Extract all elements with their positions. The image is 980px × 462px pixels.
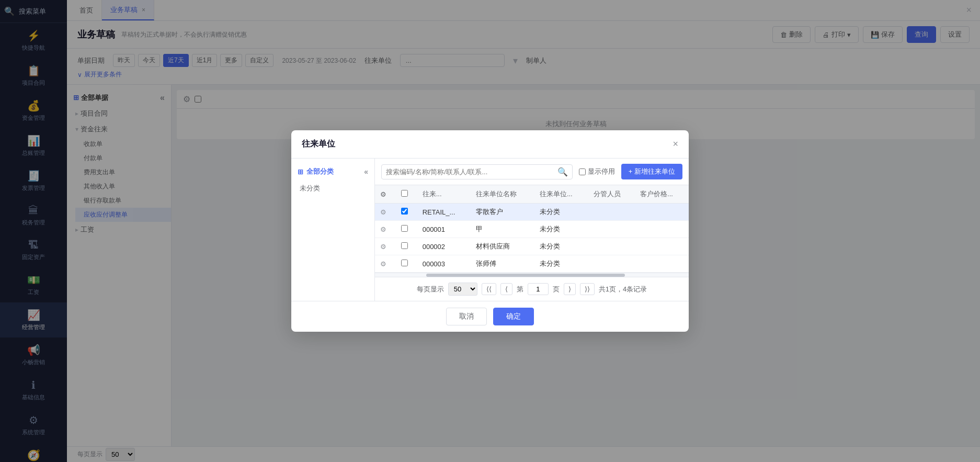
dialog-table-head: ⚙ 往来... 往来单位名称 往来单位... 分管人员 客户价格... (375, 185, 689, 204)
total-records-text: 共1页，4条记录 (599, 285, 647, 294)
dialog-table-body: ⚙ RETAIL_... 零散客户 未分类 ⚙ 000001 甲 未分类 ⚙ 0… (375, 204, 689, 273)
dialog-scrollbar-thumb (426, 274, 625, 277)
show-disabled-checkbox[interactable] (579, 168, 586, 175)
per-page-label: 每页显示 (417, 285, 444, 294)
row-category: 未分类 (534, 204, 588, 221)
dialog-search-field[interactable] (386, 168, 554, 176)
dialog-search-bar: 🔍 显示停用 + 新增往来单位 (375, 159, 689, 185)
dialog-table-header-row: ⚙ 往来... 往来单位名称 往来单位... 分管人员 客户价格... (375, 185, 689, 204)
col-manager: 分管人员 (588, 185, 635, 204)
dialog-table-row[interactable]: ⚙ 000001 甲 未分类 (375, 221, 689, 238)
row-code: 000001 (417, 221, 471, 238)
dialog-scrollbar[interactable] (375, 273, 689, 277)
page-prefix-label: 第 (517, 285, 523, 294)
row-name: 甲 (471, 221, 534, 238)
col-code: 往来... (417, 185, 471, 204)
col-price: 客户价格... (635, 185, 689, 204)
col-name: 往来单位名称 (471, 185, 534, 204)
row-manager (588, 255, 635, 273)
row-price (635, 255, 689, 273)
dialog-categories: ⊞ 全部分类 « 未分类 (291, 159, 375, 301)
first-page-button[interactable]: ⟨⟨ (482, 283, 496, 295)
row-name: 张师傅 (471, 255, 534, 273)
row-checkbox[interactable] (396, 204, 417, 221)
dialog-search-icon: 🔍 (557, 167, 568, 177)
row-settings: ⚙ (375, 238, 396, 255)
category-item-uncategorized[interactable]: 未分类 (291, 181, 374, 196)
row-select-checkbox[interactable] (401, 242, 408, 249)
show-disabled-text: 显示停用 (588, 167, 615, 176)
row-price (635, 238, 689, 255)
row-category: 未分类 (534, 221, 588, 238)
next-page-button[interactable]: ⟩ (564, 283, 576, 295)
prev-page-button[interactable]: ⟨ (500, 283, 512, 295)
dialog-table-row[interactable]: ⚙ 000002 材料供应商 未分类 (375, 238, 689, 255)
company-dialog: 往来单位 × ⊞ 全部分类 « 未分类 🔍 (291, 130, 689, 332)
row-category: 未分类 (534, 238, 588, 255)
dialog-select-all[interactable] (401, 190, 408, 197)
dialog-table-container: ⚙ 往来... 往来单位名称 往来单位... 分管人员 客户价格... ⚙ RE… (375, 185, 689, 273)
dialog-category-header[interactable]: ⊞ 全部分类 « (291, 163, 374, 181)
col-settings: ⚙ (375, 185, 396, 204)
current-page-input[interactable] (528, 283, 549, 295)
new-company-button[interactable]: + 新增往来单位 (621, 164, 682, 179)
row-select-checkbox[interactable] (401, 208, 408, 215)
row-code: 000003 (417, 255, 471, 273)
dialog-title: 往来单位 (302, 139, 335, 150)
row-select-checkbox[interactable] (401, 225, 408, 232)
dialog-footer: 取消 确定 (291, 301, 689, 332)
show-disabled-label[interactable]: 显示停用 (579, 167, 615, 176)
row-checkbox[interactable] (396, 255, 417, 273)
row-price (635, 221, 689, 238)
row-settings: ⚙ (375, 255, 396, 273)
row-code: RETAIL_... (417, 204, 471, 221)
category-collapse-icon[interactable]: « (364, 167, 368, 176)
row-price (635, 204, 689, 221)
cancel-button[interactable]: 取消 (446, 308, 487, 325)
category-header-label: 全部分类 (306, 167, 334, 176)
row-settings-icon: ⚙ (380, 226, 386, 233)
row-settings-icon: ⚙ (380, 243, 386, 251)
row-code: 000002 (417, 238, 471, 255)
row-manager (588, 221, 635, 238)
row-settings: ⚙ (375, 221, 396, 238)
row-manager (588, 238, 635, 255)
row-settings-icon: ⚙ (380, 208, 386, 216)
col-category: 往来单位... (534, 185, 588, 204)
dialog-table: ⚙ 往来... 往来单位名称 往来单位... 分管人员 客户价格... ⚙ RE… (375, 185, 689, 273)
category-grid-icon: ⊞ (298, 168, 303, 176)
last-page-button[interactable]: ⟩⟩ (580, 283, 595, 295)
row-checkbox[interactable] (396, 221, 417, 238)
dialog-right: 🔍 显示停用 + 新增往来单位 ⚙ (375, 159, 689, 301)
col-settings-icon: ⚙ (380, 190, 386, 198)
modal-backdrop: 往来单位 × ⊞ 全部分类 « 未分类 🔍 (0, 0, 980, 462)
col-checkbox (396, 185, 417, 204)
per-page-select[interactable]: 50 100 (448, 283, 477, 296)
dialog-body: ⊞ 全部分类 « 未分类 🔍 显示停用 (291, 159, 689, 301)
row-checkbox[interactable] (396, 238, 417, 255)
dialog-table-row[interactable]: ⚙ RETAIL_... 零散客户 未分类 (375, 204, 689, 221)
dialog-search-input-wrapper[interactable]: 🔍 (381, 164, 573, 179)
row-name: 零散客户 (471, 204, 534, 221)
dialog-close-button[interactable]: × (673, 139, 678, 150)
confirm-button[interactable]: 确定 (493, 308, 534, 325)
row-settings-icon: ⚙ (380, 260, 386, 268)
row-category: 未分类 (534, 255, 588, 273)
row-manager (588, 204, 635, 221)
dialog-header: 往来单位 × (291, 130, 689, 159)
row-settings: ⚙ (375, 204, 396, 221)
dialog-pagination: 每页显示 50 100 ⟨⟨ ⟨ 第 页 ⟩ ⟩⟩ 共1页，4条记录 (375, 277, 689, 301)
page-suffix-label: 页 (553, 285, 560, 294)
row-name: 材料供应商 (471, 238, 534, 255)
dialog-table-row[interactable]: ⚙ 000003 张师傅 未分类 (375, 255, 689, 273)
row-select-checkbox[interactable] (401, 260, 408, 266)
